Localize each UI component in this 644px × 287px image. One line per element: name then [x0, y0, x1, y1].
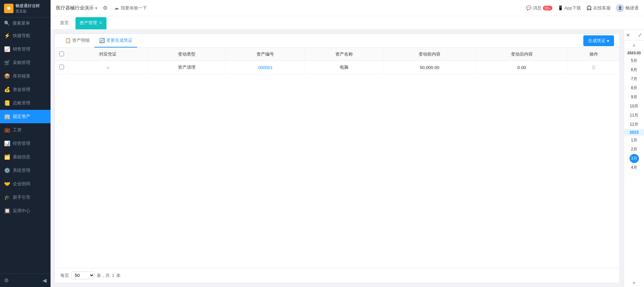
guide-icon: 🎓: [4, 194, 10, 200]
month-item-8[interactable]: 8月: [624, 84, 644, 93]
sidebar-item-system[interactable]: ⚙️ 系统管理: [0, 164, 51, 177]
quick-nav-icon: ⚡: [4, 33, 10, 39]
year-label: 2023.03: [624, 49, 644, 56]
change-voucher-table: 对应凭证 变动类型 资产编号 资产名称 变动前内容 变动后内容 操作 -: [55, 48, 619, 74]
basic-info-icon: 🗂️: [4, 154, 10, 160]
cooperation-icon: 🤝: [4, 181, 10, 187]
select-all-checkbox[interactable]: [59, 52, 64, 56]
scroll-down-button[interactable]: ▼: [624, 279, 644, 287]
cloud-icon: ☁: [114, 5, 119, 10]
tab-home[interactable]: 首页: [56, 17, 73, 29]
topbar-right: 💬 消息 99+ 📱 App下载 🎧 在线客服 👤 畅捷通: [526, 4, 639, 12]
customer-service-button[interactable]: 🎧 在线客服: [586, 5, 611, 11]
messages-button[interactable]: 💬 消息 99+: [526, 5, 552, 11]
company-selector[interactable]: 医疗器械行业演示 ▾: [56, 5, 97, 11]
tabs-bar: 首页 资产管理 ✕: [51, 16, 644, 30]
delete-icon[interactable]: 🗑: [591, 64, 596, 70]
table-row: -- 资产清理 000001 电脑 50,000.00 0.00 🗑: [55, 61, 619, 74]
scroll-up-button[interactable]: ▲: [624, 41, 644, 49]
sidebar-item-funds[interactable]: 💰 资金管理: [0, 83, 51, 96]
row-voucher: --: [68, 61, 147, 74]
sidebar: 畅 畅捷通好业财 普及版 🔍 搜索菜单 ⚡ 快捷导航 📈 销售管理 🛒 采购管理…: [0, 0, 51, 287]
row-checkbox[interactable]: [59, 65, 64, 69]
sidebar-item-salary[interactable]: 💼 工资: [0, 123, 51, 137]
sub-tab-change-voucher[interactable]: 🔄 变更生成凭证: [94, 34, 137, 47]
chevron-down-icon: ▾: [607, 38, 609, 43]
month-item-4[interactable]: 4月: [624, 163, 644, 172]
message-icon: 💬: [526, 5, 531, 10]
sidebar-logo: 畅 畅捷通好业财 普及版: [0, 0, 51, 18]
month-item-9[interactable]: 9月: [624, 93, 644, 102]
main-area: 医疗器械行业演示 ▾ ⚙ ☁ 我要体验一下 💬 消息 99+ 📱 App下载: [51, 0, 644, 287]
month-item-5[interactable]: 5月: [624, 56, 644, 65]
user-menu[interactable]: 👤 畅捷通: [616, 4, 639, 12]
pagination: 每页 10 20 50 100 条，共 1 条: [55, 268, 619, 283]
sub-tab-asset-detail[interactable]: 📋 资产明细: [60, 34, 94, 47]
search-menu[interactable]: 🔍 搜索菜单: [0, 18, 51, 29]
month-item-12[interactable]: 12月: [624, 120, 644, 129]
month-item-10[interactable]: 10月: [624, 102, 644, 111]
salary-icon: 💼: [4, 127, 10, 133]
row-asset-no: 000001: [226, 61, 305, 74]
messages-badge: 99+: [543, 6, 552, 10]
sidebar-item-app-center[interactable]: 🔲 应用中心: [0, 204, 51, 218]
month-item-2[interactable]: 2月: [624, 145, 644, 154]
sidebar-item-purchase[interactable]: 🛒 采购管理: [0, 56, 51, 69]
col-checkbox: [55, 48, 68, 61]
app-center-icon: 🔲: [4, 208, 10, 214]
month-item-7[interactable]: 7月: [624, 74, 644, 84]
inventory-icon: 📦: [4, 73, 10, 79]
sidebar-collapse-icon[interactable]: ◀: [42, 277, 47, 284]
month-item-1[interactable]: 1月: [624, 136, 644, 145]
tab-asset-management[interactable]: 资产管理 ✕: [75, 17, 106, 29]
col-action: 操作: [568, 48, 619, 61]
funds-icon: 💰: [4, 87, 10, 93]
sub-tabs: 📋 资产明细 🔄 变更生成凭证 生成凭证 ▾: [55, 34, 619, 48]
month-item-11[interactable]: 11月: [624, 111, 644, 120]
year-2023-header: 2023: [624, 129, 644, 136]
col-voucher: 对应凭证: [68, 48, 147, 61]
col-change-type: 变动类型: [147, 48, 226, 61]
headset-icon: 🎧: [586, 5, 592, 10]
sidebar-item-inventory[interactable]: 📦 库存核算: [0, 69, 51, 83]
sidebar-item-guide[interactable]: 🎓 新手引导: [0, 191, 51, 204]
row-change-type: 资产清理: [147, 61, 226, 74]
month-item-6[interactable]: 6月: [624, 65, 644, 74]
sidebar-item-sales[interactable]: 📈 销售管理: [0, 42, 51, 56]
col-before-change: 变动前内容: [384, 48, 476, 61]
row-asset-name: 电脑: [305, 61, 384, 74]
month-item-3-active[interactable]: 3月: [630, 154, 639, 163]
right-panel-expand-icon[interactable]: ⤢: [638, 32, 642, 38]
col-after-change: 变动后内容: [476, 48, 568, 61]
sidebar-item-fixed-assets[interactable]: 🏢 固定资产: [0, 110, 51, 123]
sidebar-bottom: ⚙ ◀: [0, 274, 51, 287]
ledger-icon: 📒: [4, 100, 10, 106]
sidebar-item-ledger[interactable]: 📒 总账管理: [0, 96, 51, 110]
per-page-select[interactable]: 10 20 50 100: [71, 272, 95, 279]
sidebar-item-basic-info[interactable]: 🗂️ 基础信息: [0, 150, 51, 164]
app-download-button[interactable]: 📱 App下载: [558, 5, 581, 11]
sidebar-item-cooperation[interactable]: 🤝 企业协同: [0, 177, 51, 191]
search-icon: 🔍: [4, 21, 10, 26]
generate-voucher-button[interactable]: 生成凭证 ▾: [583, 35, 614, 46]
month-list: 5月 6月 7月 8月 9月 10月 11月 12月 2023 1月 2月 3月…: [624, 56, 644, 279]
sales-icon: 📈: [4, 46, 10, 52]
app-logo-icon: 畅: [4, 4, 13, 13]
right-panel-close-icon[interactable]: ✕: [626, 32, 630, 38]
col-asset-name: 资产名称: [305, 48, 384, 61]
right-panel: ✕ ⤢ ▲ 2023.03 5月 6月 7月 8月 9月 10月 11月 12月…: [624, 30, 644, 287]
tab-close-icon[interactable]: ✕: [99, 21, 102, 25]
system-icon: ⚙️: [4, 167, 10, 173]
app-logo-text: 畅捷通好业财 普及版: [16, 3, 40, 14]
sidebar-settings-icon[interactable]: ⚙: [4, 277, 9, 284]
chevron-down-icon: ▾: [95, 5, 97, 11]
topbar-feedback[interactable]: ☁ 我要体验一下: [114, 5, 147, 11]
company-name: 医疗器械行业演示: [56, 5, 94, 11]
sidebar-item-operations[interactable]: 📊 经营管理: [0, 137, 51, 150]
sidebar-nav: ⚡ 快捷导航 📈 销售管理 🛒 采购管理 📦 库存核算 💰 资金管理 📒 总账管…: [0, 29, 51, 274]
topbar-settings-icon[interactable]: ⚙: [103, 5, 108, 11]
table-wrap: 对应凭证 变动类型 资产编号 资产名称 变动前内容 变动后内容 操作 -: [55, 48, 619, 268]
topbar-left: 医疗器械行业演示 ▾ ⚙ ☁ 我要体验一下: [56, 5, 147, 11]
fixed-assets-icon: 🏢: [4, 114, 10, 120]
sidebar-item-quick-nav[interactable]: ⚡ 快捷导航: [0, 29, 51, 42]
